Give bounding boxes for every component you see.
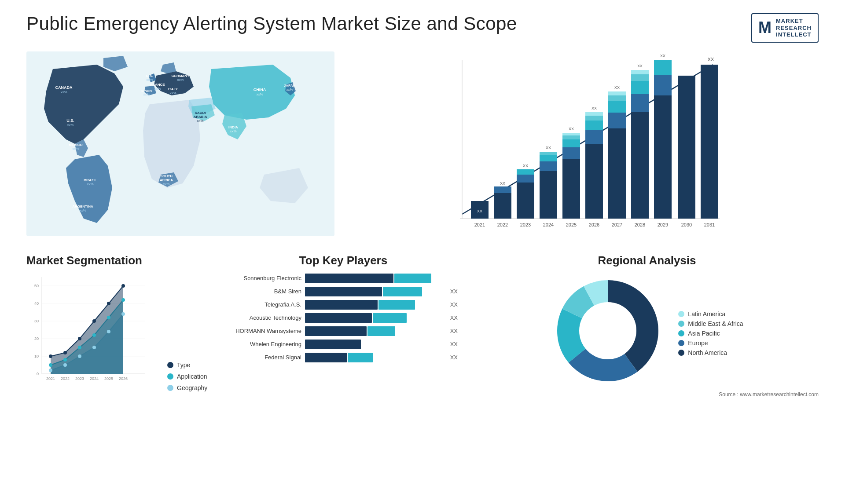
svg-text:INDIA: INDIA <box>228 125 238 129</box>
segmentation-container: Market Segmentation 0 10 20 30 <box>26 254 211 391</box>
svg-text:xx%: xx% <box>230 129 236 133</box>
player-bar <box>305 300 445 310</box>
svg-text:2021: 2021 <box>474 222 485 227</box>
svg-text:SAUDI: SAUDI <box>195 111 206 115</box>
svg-text:xx%: xx% <box>177 78 184 82</box>
svg-rect-57 <box>585 144 603 219</box>
svg-text:2030: 2030 <box>681 222 692 227</box>
svg-rect-48 <box>540 155 557 161</box>
svg-text:2029: 2029 <box>658 222 668 227</box>
svg-text:30: 30 <box>34 319 39 323</box>
player-value: XX <box>450 328 458 334</box>
svg-rect-72 <box>631 74 649 81</box>
svg-text:U.K.: U.K. <box>146 74 153 78</box>
svg-text:2022: 2022 <box>497 222 508 227</box>
players-title: Top Key Players <box>229 254 458 267</box>
svg-rect-51 <box>562 159 580 219</box>
page-title: Public Emergency Alerting System Market … <box>26 13 517 34</box>
player-bar-dark <box>305 353 347 362</box>
svg-text:ARGENTINA: ARGENTINA <box>72 205 93 208</box>
svg-rect-40 <box>494 186 511 193</box>
svg-rect-76 <box>654 75 672 95</box>
segmentation-title: Market Segmentation <box>26 254 211 267</box>
svg-text:2026: 2026 <box>119 376 128 381</box>
player-value: XX <box>450 354 458 361</box>
player-bar <box>305 326 445 336</box>
regional-container: Regional Analysis <box>475 254 819 398</box>
svg-text:XX: XX <box>708 57 714 62</box>
svg-text:XX: XX <box>477 209 482 213</box>
svg-rect-55 <box>562 133 580 135</box>
regional-title: Regional Analysis <box>475 254 819 267</box>
svg-text:ARABIA: ARABIA <box>193 115 207 119</box>
legend-middle-east: Middle East & Africa <box>678 320 743 327</box>
logo-text: MARKET RESEARCH INTELLECT <box>776 18 812 38</box>
world-map-container: CANADA xx% U.S. xx% MEXICO xx% BRAZIL xx… <box>26 51 334 241</box>
svg-rect-44 <box>517 169 534 175</box>
header: Public Emergency Alerting System Market … <box>26 13 819 43</box>
svg-text:FRANCE: FRANCE <box>150 83 165 87</box>
player-bar <box>305 340 445 349</box>
svg-point-116 <box>63 351 67 354</box>
legend-dot-type <box>167 362 173 368</box>
svg-point-121 <box>49 363 52 367</box>
player-row-hormann: HORMANN Warnsysteme XX <box>229 326 458 336</box>
player-name: Sonnenburg Electronic <box>229 275 301 281</box>
player-name: Acoustic Technology <box>229 314 301 321</box>
svg-text:XX: XX <box>523 164 528 168</box>
svg-rect-47 <box>540 161 557 171</box>
svg-point-117 <box>78 337 81 340</box>
player-bar-light <box>378 300 415 310</box>
svg-text:2025: 2025 <box>566 222 577 227</box>
svg-point-118 <box>92 319 96 323</box>
player-bar <box>305 287 445 296</box>
svg-text:xx%: xx% <box>146 78 153 82</box>
legend-dot-europe <box>678 340 684 346</box>
svg-text:xx%: xx% <box>169 91 176 95</box>
svg-rect-88 <box>678 76 695 219</box>
legend-latin-america: Latin America <box>678 310 743 318</box>
player-bar <box>305 274 452 283</box>
svg-text:50: 50 <box>34 284 39 288</box>
svg-text:XX: XX <box>592 106 597 110</box>
svg-rect-70 <box>631 94 649 112</box>
svg-text:xx%: xx% <box>72 147 79 151</box>
player-value: XX <box>450 341 458 347</box>
player-bar-light <box>373 313 406 323</box>
svg-text:2023: 2023 <box>75 376 84 381</box>
player-value: XX <box>450 288 458 295</box>
legend-asia-pacific: Asia Pacific <box>678 330 743 337</box>
svg-text:2031: 2031 <box>704 222 715 227</box>
svg-text:2024: 2024 <box>90 376 99 381</box>
legend-dot-latin <box>678 311 684 317</box>
svg-text:0: 0 <box>37 372 39 376</box>
svg-rect-63 <box>608 128 626 219</box>
svg-text:xx%: xx% <box>87 182 93 186</box>
svg-point-128 <box>63 363 67 367</box>
legend-dot-na <box>678 350 684 356</box>
svg-text:XX: XX <box>614 85 620 90</box>
svg-point-132 <box>121 312 125 316</box>
segmentation-chart-svg: 0 10 20 30 40 50 2021 2022 2023 2024 202… <box>26 273 150 391</box>
legend-application: Application <box>167 373 207 380</box>
player-bar-dark <box>305 326 367 336</box>
player-row-sonnenburg: Sonnenburg Electronic <box>229 274 458 283</box>
player-value: XX <box>450 314 458 321</box>
svg-text:U.S.: U.S. <box>66 118 74 123</box>
svg-rect-67 <box>608 91 626 95</box>
svg-rect-42 <box>517 183 534 219</box>
svg-text:2022: 2022 <box>61 376 70 381</box>
svg-rect-73 <box>631 70 649 74</box>
regional-legend: Latin America Middle East & Africa Asia … <box>678 310 743 356</box>
legend-europe: Europe <box>678 340 743 347</box>
player-bar-dark <box>305 300 378 310</box>
player-bar <box>305 353 445 362</box>
svg-text:2025: 2025 <box>104 376 113 381</box>
top-section: CANADA xx% U.S. xx% MEXICO xx% BRAZIL xx… <box>26 51 819 241</box>
player-row-acoustic: Acoustic Technology XX <box>229 313 458 323</box>
svg-text:xx%: xx% <box>79 208 86 212</box>
svg-text:XX: XX <box>660 54 665 58</box>
svg-text:10: 10 <box>34 354 39 358</box>
logo: M MARKET RESEARCH INTELLECT <box>751 13 819 43</box>
svg-rect-64 <box>608 113 626 128</box>
